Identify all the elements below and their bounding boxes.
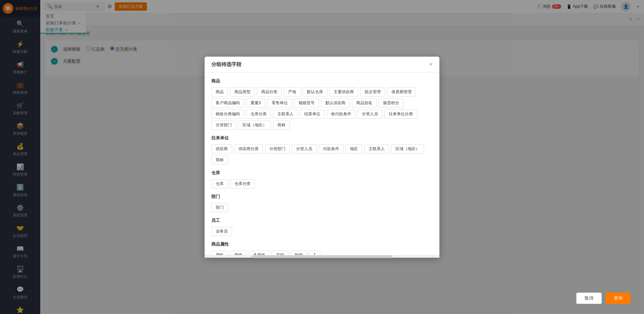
section-title-部门: 部门 bbox=[211, 194, 433, 200]
field-tag-规格型号[interactable]: 规格型号 bbox=[294, 99, 319, 108]
dialog-scrollbar[interactable] bbox=[205, 255, 439, 258]
dialog-footer: 取消 查询 bbox=[576, 293, 631, 304]
field-tag-重量3[interactable]: 重量3 bbox=[246, 99, 265, 108]
field-tag-部门[interactable]: 部门 bbox=[211, 203, 228, 212]
field-tag-商品类型[interactable]: 商品类型 bbox=[230, 87, 255, 97]
field-tag-税收分类编码[interactable]: 税收分类编码 bbox=[211, 110, 244, 119]
field-tag-区域（地区）[interactable]: 区域（地区） bbox=[391, 144, 424, 153]
field-tag-业务员[interactable]: 业务员 bbox=[211, 227, 232, 236]
dialog-body: 商品商品商品类型商品分类产地默认仓库主要供应商批次管理保质期管理客户商品编码重量… bbox=[205, 73, 439, 255]
dialog-title: 分组待选字段 bbox=[211, 61, 241, 68]
field-tag-颜色[interactable]: 颜色 bbox=[230, 251, 247, 255]
dialog-close-button[interactable]: × bbox=[429, 61, 433, 67]
field-tags-商品: 商品商品类型商品分类产地默认仓库主要供应商批次管理保质期管理客户商品编码重量3零… bbox=[211, 87, 433, 130]
field-tags-部门: 部门 bbox=[211, 203, 433, 212]
confirm-button[interactable]: 查询 bbox=[606, 293, 631, 304]
field-tag-商品[interactable]: 商品 bbox=[211, 87, 228, 97]
field-tag-地区[interactable]: 地区 bbox=[345, 144, 362, 153]
field-tag-仓库分类[interactable]: 仓库分类 bbox=[230, 179, 255, 188]
field-tag-零售单位[interactable]: 零售单位 bbox=[267, 99, 292, 108]
field-tag-往来单位分类[interactable]: 往来单位分类 bbox=[384, 110, 417, 119]
field-tag-供应商分类[interactable]: 供应商分类 bbox=[234, 144, 263, 153]
field-tag-客户商品编码[interactable]: 客户商品编码 bbox=[211, 99, 244, 108]
section-title-仓库: 仓库 bbox=[211, 170, 433, 176]
field-tag-商品别名[interactable]: 商品别名 bbox=[352, 99, 377, 108]
field-tag-供应商[interactable]: 供应商 bbox=[211, 144, 232, 153]
section-title-往来单位: 往来单位 bbox=[211, 135, 433, 141]
field-tag-仓库分类[interactable]: 仓库分类 bbox=[246, 110, 271, 119]
field-tag-默认供应商[interactable]: 默认供应商 bbox=[321, 99, 350, 108]
field-tags-商品属性: 属性颜色多规格尺码鞋码1 bbox=[211, 251, 433, 255]
field-tag-仓库[interactable]: 仓库 bbox=[211, 179, 228, 188]
field-tag-炼货积分[interactable]: 炼货积分 bbox=[379, 99, 404, 108]
field-tag-产地[interactable]: 产地 bbox=[284, 87, 301, 97]
field-tag-区域（地区）[interactable]: 区域（地区） bbox=[238, 121, 271, 130]
field-tag-默认仓库[interactable]: 默认仓库 bbox=[303, 87, 327, 97]
field-tag-主要供应商[interactable]: 主要供应商 bbox=[329, 87, 358, 97]
field-tag-结算单位[interactable]: 结算单位 bbox=[300, 110, 325, 119]
field-tag-分管人员[interactable]: 分管人员 bbox=[358, 110, 382, 119]
section-title-商品: 商品 bbox=[211, 78, 433, 84]
section-title-员工: 员工 bbox=[211, 217, 433, 224]
field-tags-往来单位: 供应商供应商分类分管部门分管人员付款条件地区主联系人区域（地区）简称 bbox=[211, 144, 433, 165]
field-tag-属性[interactable]: 属性 bbox=[211, 251, 228, 255]
dialog-overlay: 分组待选字段 × 商品商品商品类型商品分类产地默认仓库主要供应商批次管理保质期管… bbox=[0, 0, 644, 314]
field-tags-员工: 业务员 bbox=[211, 227, 433, 236]
field-tag-简称[interactable]: 简称 bbox=[211, 155, 228, 165]
field-tag-收付款条件[interactable]: 收付款条件 bbox=[327, 110, 356, 119]
field-tag-鞋码[interactable]: 鞋码 bbox=[290, 251, 307, 255]
field-tags-仓库: 仓库仓库分类 bbox=[211, 179, 433, 188]
dialog-scrollbar-thumb bbox=[252, 255, 392, 258]
field-tag-主联系人[interactable]: 主联系人 bbox=[364, 144, 389, 153]
field-tag-分管部门[interactable]: 分管部门 bbox=[265, 144, 290, 153]
field-tag-批次管理[interactable]: 批次管理 bbox=[360, 87, 385, 97]
field-tag-商品分类[interactable]: 商品分类 bbox=[257, 87, 282, 97]
field-tag-付款条件[interactable]: 付款条件 bbox=[319, 144, 343, 153]
field-tag-分管部门[interactable]: 分管部门 bbox=[211, 121, 236, 130]
section-title-商品属性: 商品属性 bbox=[211, 241, 433, 247]
field-select-dialog: 分组待选字段 × 商品商品商品类型商品分类产地默认仓库主要供应商批次管理保质期管… bbox=[205, 57, 439, 258]
field-tag-多规格[interactable]: 多规格 bbox=[249, 251, 270, 255]
field-tag-1[interactable]: 1 bbox=[309, 251, 320, 255]
field-tag-尺码[interactable]: 尺码 bbox=[272, 251, 288, 255]
field-tag-分管人员[interactable]: 分管人员 bbox=[292, 144, 317, 153]
field-tag-保质期管理[interactable]: 保质期管理 bbox=[387, 87, 416, 97]
cancel-button[interactable]: 取消 bbox=[576, 293, 602, 304]
field-tag-简称[interactable]: 简称 bbox=[273, 121, 290, 130]
dialog-header: 分组待选字段 × bbox=[205, 57, 439, 73]
field-tag-主联系人[interactable]: 主联系人 bbox=[273, 110, 298, 119]
